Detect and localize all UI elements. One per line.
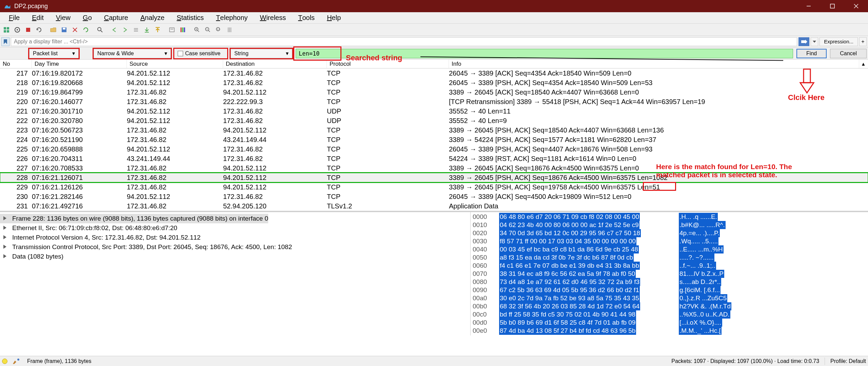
minimize-button[interactable]: [797, 0, 821, 12]
goto-icon[interactable]: [131, 25, 141, 35]
table-row[interactable]: 22107:16:20.30171094.201.52.112 172.31.4…: [0, 106, 868, 116]
packet-details-tree[interactable]: Frame 228: 1136 bytes on wire (9088 bits…: [0, 212, 470, 279]
table-row[interactable]: 23007:16:21.28214694.201.52.112 172.31.4…: [0, 192, 868, 201]
titlebar: DP2.pcapng: [0, 0, 868, 12]
resize-columns-icon[interactable]: [224, 25, 235, 35]
col-no[interactable]: No: [0, 60, 32, 68]
svg-line-30: [198, 30, 199, 32]
close-button[interactable]: [844, 0, 868, 12]
table-row[interactable]: 21707:16:19.82017294.201.52.112 172.31.4…: [0, 68, 868, 78]
packet-bytes-pane[interactable]: 0000001000200030004000500060007000800090…: [471, 212, 868, 336]
next-icon[interactable]: [120, 25, 130, 35]
menu-telephony[interactable]: Telephony: [210, 12, 254, 24]
wireshark-icon: [4, 3, 11, 9]
menu-capture[interactable]: Capture: [98, 12, 134, 24]
svg-rect-26: [184, 27, 185, 32]
find-mode-combo[interactable]: Narrow & Wide▾: [94, 49, 171, 58]
add-filter-button-icon[interactable]: +: [859, 37, 867, 46]
maximize-button[interactable]: [821, 0, 844, 12]
col-daytime[interactable]: Day Time: [32, 60, 127, 68]
find-icon[interactable]: [95, 25, 105, 35]
display-filter-input[interactable]: [11, 37, 797, 46]
svg-rect-24: [180, 27, 182, 32]
status-mid: Packets: 1097 · Displayed: 1097 (100.0%)…: [671, 358, 819, 364]
svg-line-33: [209, 30, 210, 32]
table-row[interactable]: 21807:16:19.82066894.201.52.112 172.31.4…: [0, 78, 868, 87]
menu-help[interactable]: Help: [321, 12, 347, 24]
table-row[interactable]: 23107:16:21.492716172.31.46.82 52.94.205…: [0, 201, 868, 211]
tree-node[interactable]: Internet Protocol Version 4, Src: 172.31…: [0, 233, 470, 242]
svg-rect-10: [26, 28, 30, 32]
tree-node[interactable]: Frame 228: 1136 bytes on wire (9088 bits…: [0, 214, 268, 223]
table-row[interactable]: 22607:16:20.70431143.241.149.44 172.31.4…: [0, 154, 868, 163]
find-search-input[interactable]: [296, 49, 793, 58]
menubar: FileEditViewGoCaptureAnalyzeStatisticsTe…: [0, 12, 868, 24]
col-destination[interactable]: Destination: [223, 60, 327, 68]
svg-point-9: [17, 29, 18, 30]
expression-button[interactable]: Expression...: [820, 37, 858, 46]
restart-capture-icon[interactable]: [34, 25, 44, 35]
svg-rect-22: [170, 28, 174, 32]
colorize-icon[interactable]: [178, 25, 188, 35]
autoscroll-icon[interactable]: [167, 25, 177, 35]
find-scope-combo[interactable]: Packet list▾: [29, 49, 79, 58]
menu-wireless[interactable]: Wireless: [254, 12, 292, 24]
svg-point-15: [98, 27, 101, 31]
filter-bookmark-icon[interactable]: [1, 37, 9, 46]
packet-list[interactable]: 21707:16:19.82017294.201.52.112 172.31.4…: [0, 68, 868, 211]
table-row[interactable]: 22907:16:21.126126172.31.46.82 94.201.52…: [0, 182, 868, 192]
tree-node[interactable]: Data (1082 bytes): [0, 252, 470, 261]
col-source[interactable]: Source: [127, 60, 223, 68]
expert-info-icon[interactable]: [2, 359, 7, 364]
svg-text:1:1: 1:1: [217, 28, 220, 30]
table-row[interactable]: 22207:16:20.32078094.201.52.112 172.31.4…: [0, 116, 868, 125]
table-row[interactable]: 22407:16:20.521190172.31.46.82 43.241.14…: [0, 135, 868, 144]
open-file-icon[interactable]: [48, 25, 58, 35]
table-row[interactable]: 22007:16:20.146077172.31.46.82 222.222.9…: [0, 97, 868, 106]
menu-analyze[interactable]: Analyze: [134, 12, 171, 24]
scroll-up-icon[interactable]: ▴: [859, 60, 868, 68]
close-file-icon[interactable]: [70, 25, 80, 35]
find-toolbar: Packet list▾ Narrow & Wide▾ Case sensiti…: [0, 47, 868, 60]
start-capture-icon[interactable]: [23, 25, 33, 35]
svg-point-39: [17, 359, 19, 361]
table-row[interactable]: 22707:16:20.708533172.31.46.82 94.201.52…: [0, 163, 868, 173]
save-file-icon[interactable]: [59, 25, 69, 35]
filter-apply-icon[interactable]: [798, 37, 809, 46]
find-type-combo[interactable]: String▾: [231, 49, 292, 58]
reload-icon[interactable]: [81, 25, 91, 35]
tree-node[interactable]: Transmission Control Protocol, Src Port:…: [0, 242, 470, 252]
svg-rect-12: [63, 28, 65, 29]
zoom-out-icon[interactable]: [203, 25, 213, 35]
main-toolbar: 1:1: [0, 24, 868, 36]
menu-statistics[interactable]: Statistics: [171, 12, 210, 24]
interfaces-icon[interactable]: [1, 25, 12, 35]
menu-tools[interactable]: Tools: [292, 12, 321, 24]
table-row[interactable]: 22507:16:20.65988894.201.52.112 172.31.4…: [0, 144, 868, 154]
find-button[interactable]: Find: [796, 49, 827, 58]
edit-preferences-icon[interactable]: [12, 358, 20, 365]
col-protocol[interactable]: Protocol: [327, 60, 449, 68]
menu-file[interactable]: File: [3, 12, 26, 24]
col-info[interactable]: Info: [449, 60, 859, 68]
cancel-button[interactable]: Cancel: [830, 49, 867, 58]
filter-history-dropdown-icon[interactable]: [811, 37, 818, 46]
case-sensitive-checkbox[interactable]: Case sensitive: [174, 49, 227, 58]
zoom-in-icon[interactable]: [192, 25, 202, 35]
tree-node[interactable]: Ethernet II, Src: 06:71:09:cb:f8:02, Dst…: [0, 223, 470, 233]
svg-line-16: [101, 30, 102, 32]
options-icon[interactable]: [12, 25, 22, 35]
display-filter-bar: Expression... +: [0, 36, 868, 47]
menu-go[interactable]: Go: [77, 12, 98, 24]
goto-last-icon[interactable]: [153, 25, 163, 35]
menu-edit[interactable]: Edit: [26, 12, 50, 24]
table-row[interactable]: 21907:16:19.864799172.31.46.82 94.201.52…: [0, 87, 868, 97]
zoom-reset-icon[interactable]: 1:1: [214, 25, 224, 35]
window-title: DP2.pcapng: [14, 3, 48, 10]
prev-icon[interactable]: [109, 25, 119, 35]
goto-first-icon[interactable]: [142, 25, 152, 35]
table-row[interactable]: 22307:16:20.506723172.31.46.82 94.201.52…: [0, 125, 868, 135]
menu-view[interactable]: View: [50, 12, 77, 24]
svg-rect-7: [7, 30, 9, 33]
table-row[interactable]: 22807:16:21.126071172.31.46.82 94.201.52…: [0, 173, 868, 182]
